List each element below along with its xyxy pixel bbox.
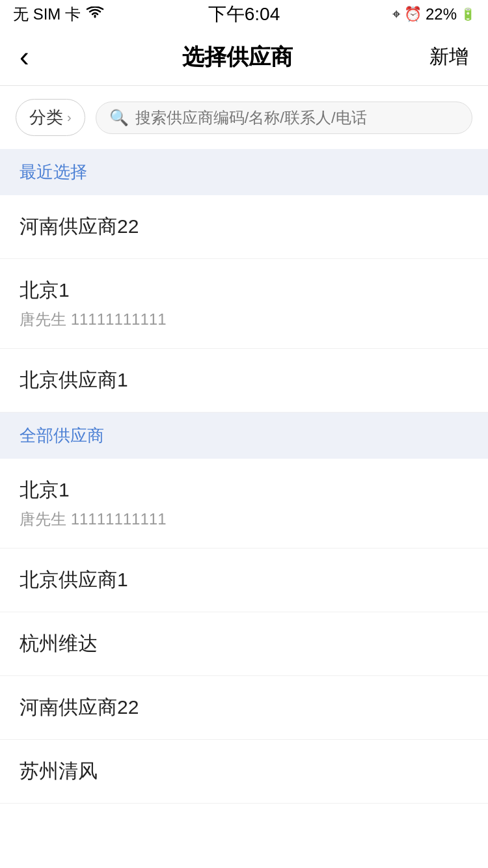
all-item-name: 北京供应商1 [20, 567, 468, 593]
status-bar: 无 SIM 卡 下午6:04 ⌖ ⏰ 22% 🔋 [0, 0, 488, 29]
all-item-name: 北京1 [20, 477, 468, 504]
battery-icon: 🔋 [461, 7, 475, 21]
recent-section-label: 最近选择 [20, 162, 87, 182]
recent-item-name: 北京供应商1 [20, 367, 468, 394]
all-item-name: 苏州清风 [20, 758, 468, 785]
recent-list-item[interactable]: 北京供应商1 [0, 349, 488, 413]
back-button[interactable]: ‹ [20, 42, 59, 72]
wifi-icon [86, 5, 104, 23]
all-list-item[interactable]: 北京供应商1 [0, 549, 488, 612]
status-right: ⌖ ⏰ 22% 🔋 [392, 5, 475, 23]
carrier-text: 无 SIM 卡 [13, 4, 81, 25]
add-button[interactable]: 新增 [416, 44, 468, 70]
recent-item-name: 河南供应商22 [20, 213, 468, 240]
filter-bar: 分类 › 🔍 [0, 86, 488, 149]
alarm-icon: ⏰ [404, 6, 422, 23]
location-icon: ⌖ [392, 6, 400, 23]
recent-section-header: 最近选择 [0, 149, 488, 195]
status-time: 下午6:04 [208, 2, 280, 27]
all-item-name: 杭州维达 [20, 631, 468, 657]
search-icon: 🔍 [109, 109, 129, 127]
battery-text: 22% [426, 5, 457, 23]
all-list-item[interactable]: 北京1唐先生 11111111111 [0, 459, 488, 549]
all-list-item[interactable]: 杭州维达 [0, 612, 488, 676]
all-item-sub: 唐先生 11111111111 [20, 509, 468, 530]
category-button[interactable]: 分类 › [16, 99, 85, 136]
chevron-right-icon: › [67, 110, 72, 125]
status-left: 无 SIM 卡 [13, 4, 104, 25]
recent-items-list: 河南供应商22北京1唐先生 11111111111北京供应商1 [0, 195, 488, 413]
nav-bar: ‹ 选择供应商 新增 [0, 29, 488, 86]
recent-list-item[interactable]: 北京1唐先生 11111111111 [0, 259, 488, 349]
back-icon: ‹ [20, 40, 29, 72]
page-title: 选择供应商 [59, 42, 416, 72]
all-list-item[interactable]: 苏州清风 [0, 740, 488, 804]
all-section-label: 全部供应商 [20, 426, 104, 445]
all-section-header: 全部供应商 [0, 413, 488, 459]
all-items-list: 北京1唐先生 11111111111北京供应商1杭州维达河南供应商22苏州清风 [0, 459, 488, 804]
recent-item-name: 北京1 [20, 277, 468, 304]
all-list-item[interactable]: 河南供应商22 [0, 676, 488, 740]
search-box: 🔍 [96, 102, 472, 134]
recent-list-item[interactable]: 河南供应商22 [0, 195, 488, 259]
category-label: 分类 [29, 106, 63, 129]
recent-item-sub: 唐先生 11111111111 [20, 309, 468, 330]
search-input[interactable] [135, 109, 459, 127]
all-item-name: 河南供应商22 [20, 694, 468, 721]
